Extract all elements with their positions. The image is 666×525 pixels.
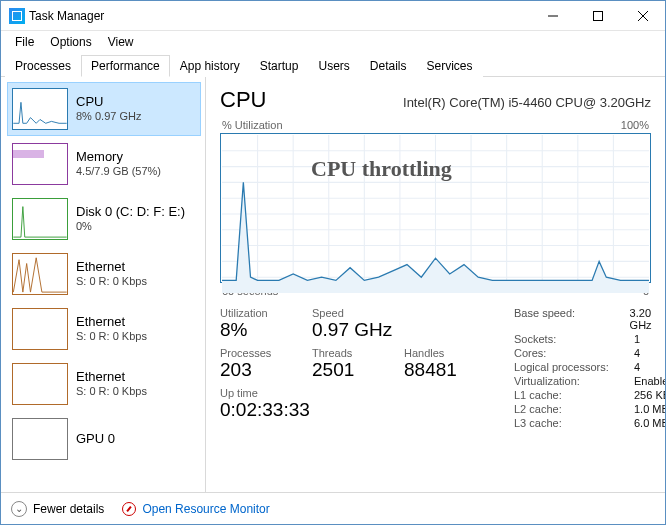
v-lp: 4 <box>634 361 640 373</box>
sidebar-eth2-title: Ethernet <box>76 314 147 330</box>
main-subtitle: Intel(R) Core(TM) i5-4460 CPU@ 3.20GHz <box>403 95 651 110</box>
k-l1: L1 cache: <box>514 389 634 401</box>
resource-monitor-icon <box>122 502 136 516</box>
tab-users[interactable]: Users <box>308 55 359 77</box>
ethernet-thumb-icon <box>12 253 68 295</box>
label-speed: Speed <box>312 307 392 319</box>
tab-app-history[interactable]: App history <box>170 55 250 77</box>
sidebar-eth3-sub: S: 0 R: 0 Kbps <box>76 385 147 399</box>
minimize-button[interactable] <box>530 1 575 31</box>
sidebar-memory-sub: 4.5/7.9 GB (57%) <box>76 165 161 179</box>
k-l2: L2 cache: <box>514 403 634 415</box>
menu-options[interactable]: Options <box>42 33 99 51</box>
k-lp: Logical processors: <box>514 361 634 373</box>
label-threads: Threads <box>312 347 382 359</box>
ethernet-thumb-icon <box>12 363 68 405</box>
tab-startup[interactable]: Startup <box>250 55 309 77</box>
k-cores: Cores: <box>514 347 634 359</box>
label-utilization: Utilization <box>220 307 290 319</box>
v-base-speed: 3.20 GHz <box>630 307 665 331</box>
sidebar-item-eth3[interactable]: Ethernet S: 0 R: 0 Kbps <box>7 357 201 411</box>
chart-annotation: CPU throttling <box>311 156 452 182</box>
open-resource-monitor-link[interactable]: Open Resource Monitor <box>122 502 269 516</box>
app-icon <box>9 8 25 24</box>
sidebar-item-gpu0[interactable]: GPU 0 <box>7 412 201 466</box>
v-virt: Enabled <box>634 375 665 387</box>
k-sockets: Sockets: <box>514 333 634 345</box>
sidebar-eth1-sub: S: 0 R: 0 Kbps <box>76 275 147 289</box>
label-uptime: Up time <box>220 387 310 399</box>
tab-services[interactable]: Services <box>417 55 483 77</box>
close-icon <box>638 11 648 21</box>
tab-performance[interactable]: Performance <box>81 55 170 77</box>
gpu-thumb-icon <box>12 418 68 460</box>
value-handles: 88481 <box>404 359 474 381</box>
menu-view[interactable]: View <box>100 33 142 51</box>
main-title: CPU <box>220 87 266 113</box>
sidebar-item-memory[interactable]: Memory 4.5/7.9 GB (57%) <box>7 137 201 191</box>
window-title: Task Manager <box>25 9 104 23</box>
menu-file[interactable]: File <box>7 33 42 51</box>
minimize-icon <box>548 11 558 21</box>
open-resource-monitor-label: Open Resource Monitor <box>142 502 269 516</box>
tab-processes[interactable]: Processes <box>5 55 81 77</box>
svg-rect-1 <box>593 11 602 20</box>
sidebar-memory-title: Memory <box>76 149 161 165</box>
chart-top-right-label: 100% <box>621 119 649 131</box>
close-button[interactable] <box>620 1 665 31</box>
label-handles: Handles <box>404 347 474 359</box>
k-virt: Virtualization: <box>514 375 634 387</box>
menu-bar: File Options View <box>1 31 665 53</box>
label-processes: Processes <box>220 347 290 359</box>
cpu-chart[interactable]: CPU throttling <box>220 133 651 283</box>
k-base-speed: Base speed: <box>514 307 630 331</box>
v-l2: 1.0 MB <box>634 403 665 415</box>
disk-thumb-icon <box>12 198 68 240</box>
sidebar-cpu-title: CPU <box>76 94 141 110</box>
main-panel: CPU Intel(R) Core(TM) i5-4460 CPU@ 3.20G… <box>206 77 665 492</box>
sidebar-item-cpu[interactable]: CPU 8% 0.97 GHz <box>7 82 201 136</box>
sidebar-eth1-title: Ethernet <box>76 259 147 275</box>
sidebar-cpu-sub: 8% 0.97 GHz <box>76 110 141 124</box>
chart-top-left-label: % Utilization <box>222 119 283 131</box>
v-l1: 256 KB <box>634 389 665 401</box>
chevron-down-icon: ⌄ <box>11 501 27 517</box>
titlebar: Task Manager <box>1 1 665 31</box>
fewer-details-button[interactable]: ⌄ Fewer details <box>11 501 104 517</box>
fewer-details-label: Fewer details <box>33 502 104 516</box>
maximize-icon <box>593 11 603 21</box>
sidebar-item-disk0[interactable]: Disk 0 (C: D: F: E:) 0% <box>7 192 201 246</box>
footer: ⌄ Fewer details Open Resource Monitor <box>1 492 665 524</box>
ethernet-thumb-icon <box>12 308 68 350</box>
value-utilization: 8% <box>220 319 290 341</box>
maximize-button[interactable] <box>575 1 620 31</box>
sidebar-item-eth1[interactable]: Ethernet S: 0 R: 0 Kbps <box>7 247 201 301</box>
value-processes: 203 <box>220 359 290 381</box>
tab-bar: Processes Performance App history Startu… <box>1 53 665 77</box>
k-l3: L3 cache: <box>514 417 634 429</box>
value-speed: 0.97 GHz <box>312 319 392 341</box>
sidebar-disk0-sub: 0% <box>76 220 185 234</box>
sidebar-gpu0-title: GPU 0 <box>76 431 115 447</box>
sidebar[interactable]: CPU 8% 0.97 GHz Memory 4.5/7.9 GB (57%) … <box>1 77 206 492</box>
v-cores: 4 <box>634 347 640 359</box>
memory-thumb-icon <box>12 143 68 185</box>
sidebar-eth3-title: Ethernet <box>76 369 147 385</box>
value-threads: 2501 <box>312 359 382 381</box>
sidebar-eth2-sub: S: 0 R: 0 Kbps <box>76 330 147 344</box>
cpu-thumb-icon <box>12 88 68 130</box>
value-uptime: 0:02:33:33 <box>220 399 310 421</box>
tab-details[interactable]: Details <box>360 55 417 77</box>
v-l3: 6.0 MB <box>634 417 665 429</box>
sidebar-disk0-title: Disk 0 (C: D: F: E:) <box>76 204 185 220</box>
v-sockets: 1 <box>634 333 640 345</box>
sidebar-item-eth2[interactable]: Ethernet S: 0 R: 0 Kbps <box>7 302 201 356</box>
